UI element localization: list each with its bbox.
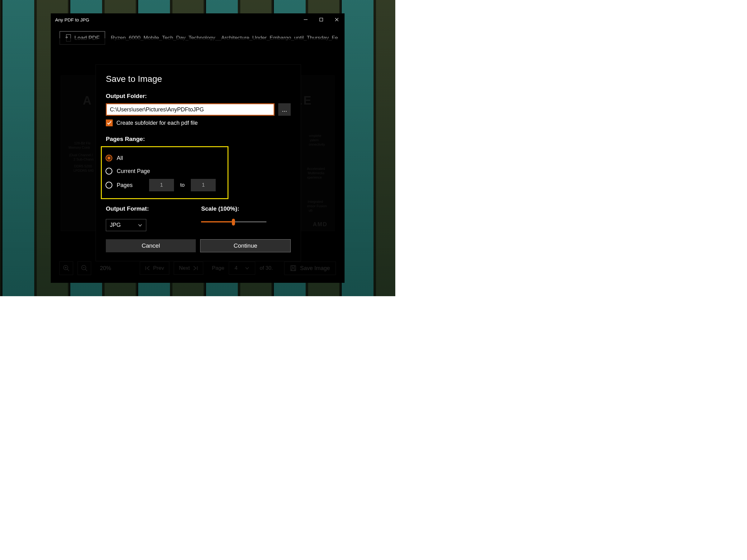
radio-pages-label: Pages: [117, 182, 145, 189]
maximize-button[interactable]: [313, 14, 329, 26]
page-from-input[interactable]: [149, 179, 174, 191]
minimize-icon: [304, 18, 308, 22]
radio-all-pages[interactable]: [105, 155, 112, 161]
scale-slider[interactable]: [201, 216, 266, 227]
create-subfolder-label: Create subfolder for each pdf file: [117, 120, 198, 126]
to-label: to: [180, 182, 185, 188]
minimize-button[interactable]: [298, 14, 313, 26]
page-to-input[interactable]: [191, 179, 216, 191]
continue-button[interactable]: Continue: [200, 239, 291, 252]
slider-fill: [201, 221, 234, 222]
output-folder-label: Output Folder:: [106, 93, 291, 100]
close-icon: [335, 18, 339, 22]
output-format-select[interactable]: JPG: [106, 219, 146, 231]
radio-current-page[interactable]: [105, 168, 112, 175]
create-subfolder-checkbox[interactable]: [106, 119, 113, 126]
app-window: Any PDF to JPG Load PDF Ryze: [51, 14, 344, 283]
output-format-value: JPG: [110, 222, 121, 229]
check-icon: [107, 121, 112, 125]
maximize-icon: [319, 18, 324, 22]
desktop-background: Any PDF to JPG Load PDF Ryze: [0, 0, 395, 296]
close-button[interactable]: [329, 14, 344, 26]
window-title: Any PDF to JPG: [55, 17, 298, 22]
browse-folder-button[interactable]: ...: [278, 103, 291, 116]
slider-thumb[interactable]: [232, 219, 235, 225]
chevron-down-icon: [138, 223, 142, 228]
titlebar: Any PDF to JPG: [51, 14, 344, 26]
radio-page-range[interactable]: [105, 182, 112, 189]
radio-all-label: All: [117, 155, 123, 161]
pages-range-label: Pages Range:: [106, 136, 291, 142]
dialog-title: Save to Image: [106, 74, 291, 84]
radio-current-label: Current Page: [117, 168, 150, 175]
output-folder-input[interactable]: [106, 103, 275, 116]
svg-rect-1: [320, 18, 323, 21]
output-format-label: Output Format:: [106, 205, 149, 212]
cancel-button[interactable]: Cancel: [106, 239, 196, 252]
pages-range-highlight: All Current Page Pages to: [101, 146, 229, 199]
save-to-image-dialog: Save to Image Output Folder: ... Create …: [96, 64, 301, 261]
scale-label: Scale (100%):: [201, 205, 291, 212]
